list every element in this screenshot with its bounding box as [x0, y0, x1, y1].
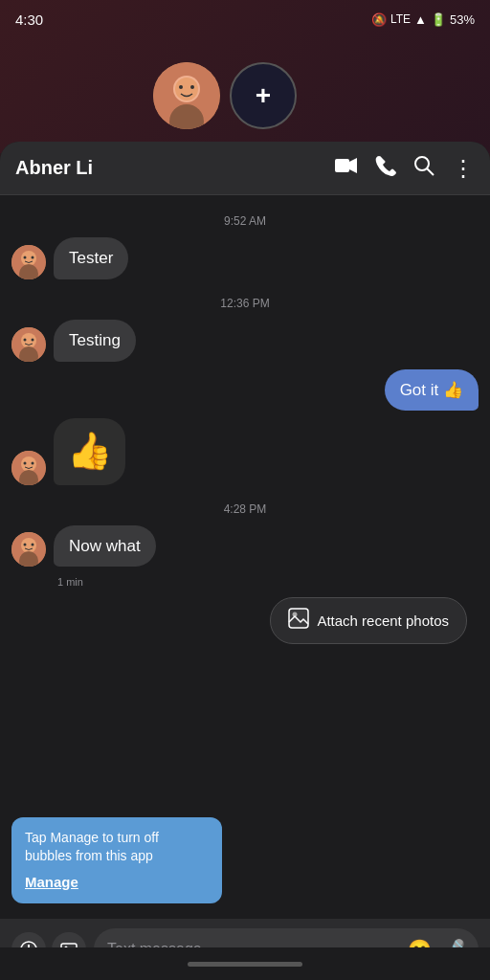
contact-avatar-tester	[11, 245, 46, 279]
contact-name: Abner Li	[15, 157, 93, 179]
svg-point-3	[175, 78, 198, 100]
attach-suggestion-area: Attach recent photos	[11, 591, 479, 650]
signal-icon: ▲	[414, 12, 427, 27]
svg-point-8	[415, 157, 429, 170]
message-thumbsup-emoji: 👍	[54, 418, 125, 484]
image-icon	[288, 608, 309, 634]
manage-button[interactable]: Manage	[25, 872, 209, 892]
tooltip-area: Tap Manage to turn off bubbles from this…	[0, 817, 490, 903]
message-row-tester: Tester	[11, 237, 479, 279]
attach-label: Attach recent photos	[317, 612, 449, 629]
bubble-area: +	[0, 38, 490, 153]
status-icons: 🔕 LTE ▲ 🔋 53%	[371, 12, 475, 27]
contact-bubble-avatar[interactable]	[153, 62, 220, 129]
battery-icon: 🔋	[431, 12, 446, 27]
contact-avatar-nowwhat	[11, 532, 46, 567]
contact-avatar-testing	[11, 327, 46, 362]
message-testing: Testing	[54, 320, 136, 362]
svg-point-27	[24, 544, 27, 546]
bubble-manage-tooltip: Tap Manage to turn off bubbles from this…	[11, 817, 222, 903]
svg-point-17	[24, 338, 27, 341]
svg-point-11	[21, 251, 36, 266]
svg-point-22	[24, 461, 27, 464]
timestamp-428: 4:28 PM	[11, 502, 479, 516]
header-icons: ⋮	[335, 155, 475, 181]
home-indicator	[188, 962, 302, 967]
svg-point-16	[21, 333, 36, 348]
messages-area: 9:52 AM Tester 12:36 PM	[0, 195, 490, 919]
message-row-thumbsup: 👍	[11, 418, 479, 484]
svg-point-21	[21, 457, 36, 472]
plus-icon: +	[256, 80, 271, 111]
message-row-gotit: Got it 👍	[11, 369, 479, 412]
status-time: 4:30	[15, 11, 43, 28]
svg-point-5	[190, 85, 194, 89]
svg-point-13	[32, 256, 34, 258]
nav-bar	[0, 947, 490, 980]
message-nowwhat: Now what	[54, 525, 156, 568]
search-button[interactable]	[413, 155, 434, 181]
svg-point-26	[21, 538, 36, 553]
message-row-testing: Testing	[11, 320, 479, 362]
message-row-nowwhat: Now what	[11, 525, 479, 568]
svg-point-23	[32, 461, 34, 464]
battery-percent: 53%	[450, 12, 475, 27]
contact-avatar-thumbsup	[11, 451, 46, 485]
timestamp-952: 9:52 AM	[11, 214, 479, 228]
svg-point-4	[179, 85, 183, 89]
phone-call-button[interactable]	[375, 155, 396, 181]
svg-point-28	[32, 544, 34, 546]
message-gotit: Got it 👍	[385, 369, 479, 412]
svg-point-18	[32, 338, 34, 341]
mute-icon: 🔕	[371, 12, 387, 27]
message-tester: Tester	[54, 237, 128, 279]
message-time-below: 1 min	[11, 576, 479, 588]
svg-point-12	[24, 256, 27, 258]
lte-icon: LTE	[390, 12, 411, 26]
svg-rect-6	[335, 159, 349, 172]
add-conversation-button[interactable]: +	[230, 62, 297, 129]
video-call-button[interactable]	[335, 157, 358, 179]
svg-line-9	[427, 168, 434, 175]
svg-marker-7	[349, 158, 357, 173]
tooltip-text: Tap Manage to turn off bubbles from this…	[25, 830, 159, 864]
timestamp-1236: 12:36 PM	[11, 297, 479, 310]
status-bar: 4:30 🔕 LTE ▲ 🔋 53%	[0, 0, 490, 38]
attach-recent-photos-button[interactable]: Attach recent photos	[270, 597, 467, 644]
more-options-button[interactable]: ⋮	[452, 157, 475, 180]
